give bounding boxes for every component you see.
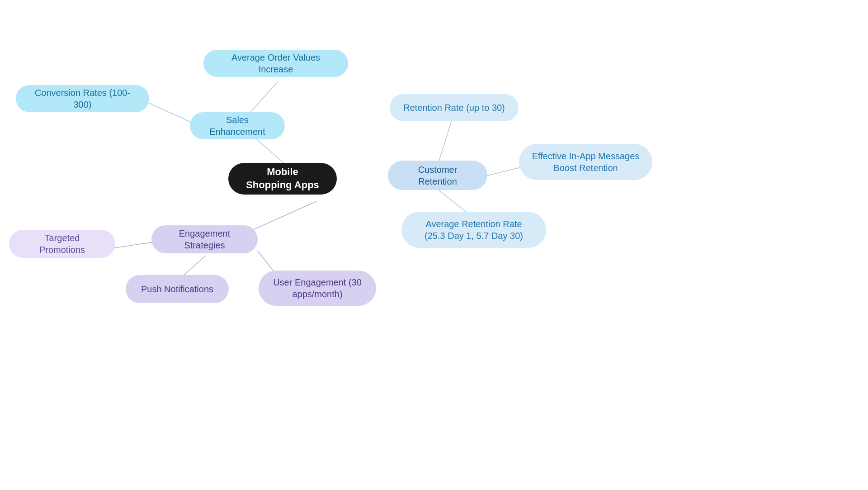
node-user-engagement: User Engagement (30 apps/month) (259, 271, 376, 306)
node-customer-retention: Customer Retention (388, 161, 487, 190)
node-effective-in-app: Effective In-App Messages Boost Retentio… (519, 144, 652, 180)
node-conversion-rates: Conversion Rates (100-300) (16, 85, 149, 112)
mind-map: Mobile Shopping Apps Sales Enhancement A… (0, 0, 868, 490)
node-center: Mobile Shopping Apps (228, 163, 337, 195)
node-targeted-promotions: Targeted Promotions (9, 230, 115, 258)
svg-line-5 (487, 167, 524, 176)
svg-line-8 (114, 242, 154, 248)
node-retention-rate: Retention Rate (up to 30) (390, 94, 519, 121)
node-push-notifications: Push Notifications (126, 275, 229, 303)
node-avg-retention-rate: Average Retention Rate (25.3 Day 1, 5.7 … (401, 212, 546, 248)
svg-line-7 (251, 201, 316, 231)
node-avg-order-values: Average Order Values Increase (203, 50, 348, 77)
svg-line-1 (246, 81, 278, 117)
node-sales-enhancement: Sales Enhancement (190, 112, 285, 139)
node-engagement-strategies: Engagement Strategies (151, 225, 258, 253)
